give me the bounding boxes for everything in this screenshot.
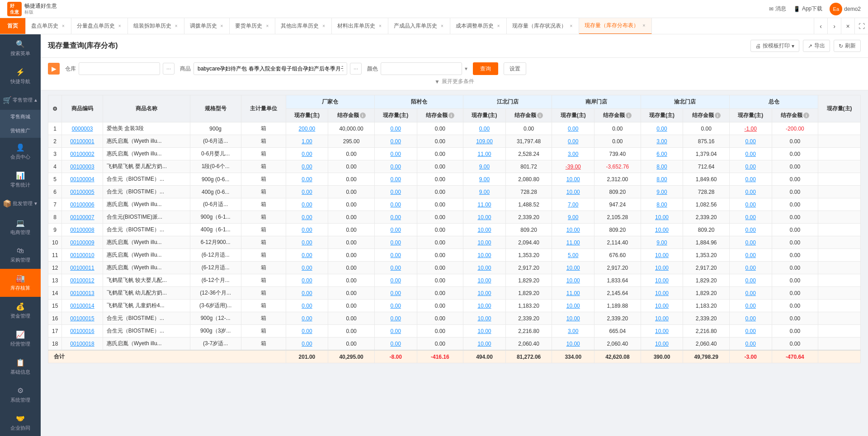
message-btn[interactable]: ✉ 消息 [769, 5, 786, 13]
sidebar-item-purchase[interactable]: 🛍 采购管理 [0, 241, 41, 269]
cell-c2-qty[interactable]: 0.00 [374, 262, 417, 274]
cell-c1-qty[interactable]: 0.00 [286, 274, 328, 287]
cell-code[interactable]: 00100018 [62, 338, 103, 351]
cell-code[interactable]: 00100008 [62, 224, 103, 236]
cell-c1-qty[interactable]: 1.00 [286, 135, 328, 148]
cell-c3-qty[interactable]: 10.00 [463, 300, 506, 312]
cell-c5-qty[interactable]: 10.00 [641, 224, 683, 236]
color-input[interactable] [381, 62, 462, 75]
cell-c5-qty[interactable]: 10.00 [641, 287, 683, 300]
cell-c4-qty[interactable]: 3.00 [552, 148, 594, 160]
query-btn[interactable]: 查询 [473, 62, 498, 75]
cell-total-qty[interactable]: 0.00 [729, 186, 772, 198]
tab-stock-dist[interactable]: 现存量（库存分布表）× [579, 18, 652, 34]
cell-c2-qty[interactable]: 0.00 [374, 287, 417, 300]
sidebar-item-shortcut[interactable]: ⚡ 快捷导航 [0, 62, 41, 90]
cell-c5-qty[interactable]: 10.00 [641, 325, 683, 338]
cell-c1-qty[interactable]: 0.00 [286, 224, 328, 236]
cell-total-qty[interactable]: 0.00 [729, 312, 772, 325]
cell-c5-qty[interactable]: 10.00 [641, 312, 683, 325]
cell-c2-qty[interactable]: 0.00 [374, 198, 417, 211]
tab-close-all-btn[interactable]: × [841, 18, 854, 34]
cell-c1-qty[interactable]: 0.00 [286, 338, 328, 351]
cell-c2-qty[interactable]: 0.00 [374, 148, 417, 160]
tab-inventory-check[interactable]: 盘点单历史 × [26, 18, 71, 34]
cell-code[interactable]: 00100007 [62, 211, 103, 224]
sidebar-item-finance[interactable]: 💰 资金管理 [0, 297, 41, 325]
print-btn[interactable]: 🖨 按模板打印 ▾ [750, 40, 799, 52]
setting-btn[interactable]: 设置 [504, 62, 526, 75]
cell-c3-qty[interactable]: 11.00 [463, 148, 506, 160]
sidebar-item-retail-stats[interactable]: 📊 零售统计 [0, 166, 41, 194]
tab-expand-btn[interactable]: ⛶ [854, 18, 868, 34]
cell-c3-qty[interactable]: 10.00 [463, 338, 506, 351]
cell-c2-qty[interactable]: 0.00 [374, 211, 417, 224]
cell-c5-qty[interactable]: 8.00 [641, 160, 683, 173]
cell-c5-qty[interactable]: 9.00 [641, 236, 683, 249]
cell-c3-qty[interactable]: 10.00 [463, 236, 506, 249]
tab-close-icon[interactable]: × [118, 23, 122, 29]
cell-total-qty[interactable]: 0.00 [729, 211, 772, 224]
cell-c3-qty[interactable]: 10.00 [463, 287, 506, 300]
cell-c4-qty[interactable]: 10.00 [552, 312, 594, 325]
tab-close-icon[interactable]: × [496, 23, 501, 29]
cell-c4-qty[interactable]: 5.00 [552, 249, 594, 262]
cell-c5-qty[interactable]: 8.00 [641, 173, 683, 186]
sidebar-item-system[interactable]: ⚙ 系统管理 [0, 381, 41, 409]
tab-close-icon[interactable]: × [569, 23, 574, 29]
cell-total-qty[interactable]: 0.00 [729, 148, 772, 160]
cell-c1-qty[interactable]: 0.00 [286, 325, 328, 338]
cell-total-qty[interactable]: 0.00 [729, 287, 772, 300]
tab-close-icon[interactable]: × [174, 23, 179, 29]
cell-c3-qty[interactable]: 109.00 [463, 135, 506, 148]
toggle-btn[interactable]: ▶ [48, 63, 60, 75]
cell-c4-qty[interactable]: 11.00 [552, 236, 594, 249]
cell-total-qty[interactable]: -1.00 [729, 122, 772, 135]
tab-close-icon[interactable]: × [321, 23, 326, 29]
cell-total-qty[interactable]: 0.00 [729, 338, 772, 351]
cell-c2-qty[interactable]: 0.00 [374, 173, 417, 186]
sidebar-item-marketing[interactable]: 营销推广 [0, 124, 41, 138]
cell-c2-qty[interactable]: 0.00 [374, 338, 417, 351]
cell-c1-qty[interactable]: 0.00 [286, 160, 328, 173]
cell-c5-qty[interactable]: 8.00 [641, 198, 683, 211]
cell-c4-qty[interactable]: 3.00 [552, 325, 594, 338]
cell-code[interactable]: 0000003 [62, 122, 103, 135]
cell-c5-qty[interactable]: 10.00 [641, 249, 683, 262]
cell-c2-qty[interactable]: 0.00 [374, 122, 417, 135]
cell-c5-qty[interactable]: 9.00 [641, 186, 683, 198]
cell-code[interactable]: 00100014 [62, 300, 103, 312]
cell-c1-qty[interactable]: 0.00 [286, 211, 328, 224]
cell-c1-qty[interactable]: 0.00 [286, 312, 328, 325]
info-icon3[interactable]: i [537, 113, 543, 118]
tab-close-icon[interactable]: × [61, 23, 66, 29]
cell-c4-qty[interactable]: 10.00 [552, 173, 594, 186]
tab-home[interactable]: 首页 [0, 18, 26, 34]
cell-c1-qty[interactable]: 0.00 [286, 186, 328, 198]
tab-close-icon[interactable]: × [642, 22, 646, 29]
info-icon5[interactable]: i [715, 113, 721, 118]
tab-transfer[interactable]: 调拨单历史 × [184, 18, 230, 34]
cell-c1-qty[interactable]: 200.00 [286, 122, 328, 135]
cell-c2-qty[interactable]: 0.00 [374, 325, 417, 338]
sidebar-item-operations[interactable]: 📈 经营管理 [0, 325, 41, 353]
cell-c4-qty[interactable]: 10.00 [552, 262, 594, 274]
cell-c1-qty[interactable]: 0.00 [286, 262, 328, 274]
cell-c4-qty[interactable]: -39.00 [552, 160, 594, 173]
cell-total-qty[interactable]: 0.00 [729, 173, 772, 186]
cell-total-qty[interactable]: 0.00 [729, 160, 772, 173]
cell-c4-qty[interactable]: 9.00 [552, 211, 594, 224]
product-input[interactable] [193, 62, 347, 75]
cell-c5-qty[interactable]: 3.00 [641, 135, 683, 148]
refresh-btn[interactable]: ↻ 刷新 [834, 40, 861, 52]
sidebar-item-basic-info[interactable]: 📋 基础信息 [0, 353, 41, 381]
tab-stock-status[interactable]: 现存量（库存状况表）× [507, 18, 580, 34]
tab-other-out[interactable]: 其他出库单历史 × [275, 18, 332, 34]
cell-code[interactable]: 00100011 [62, 262, 103, 274]
cell-c2-qty[interactable]: 0.00 [374, 249, 417, 262]
tab-close-icon[interactable]: × [265, 23, 269, 29]
cell-c1-qty[interactable]: 0.00 [286, 173, 328, 186]
cell-c1-qty[interactable]: 0.00 [286, 287, 328, 300]
cell-total-qty[interactable]: 0.00 [729, 262, 772, 274]
sidebar-item-retail[interactable]: 🛒 零售管理 ▲ [0, 90, 41, 110]
